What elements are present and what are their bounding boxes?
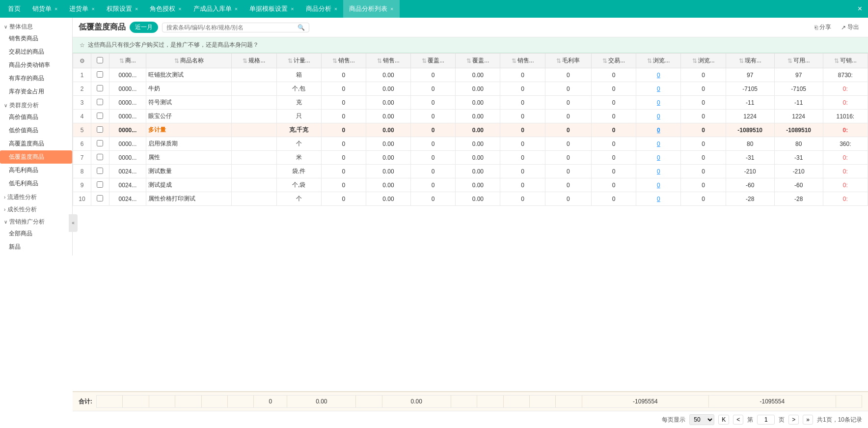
browse-link[interactable]: 0 xyxy=(657,72,660,79)
row-checkbox[interactable] xyxy=(97,154,103,160)
browse-link[interactable]: 0 xyxy=(657,154,660,161)
sort-icon-coverage1[interactable]: ⇅ xyxy=(422,57,427,64)
sidebar-item-category_turnover[interactable]: 商品分类动销率 xyxy=(0,58,72,72)
sidebar-section-整体信息[interactable]: ∨整体信息 xyxy=(0,20,72,32)
row-checkbox[interactable] xyxy=(97,99,103,105)
browse-link[interactable]: 0 xyxy=(657,113,660,120)
cell-browse1[interactable]: 0 xyxy=(636,151,681,165)
sidebar-section-流通性分析[interactable]: ›流通性分析 xyxy=(0,190,72,202)
browse-link[interactable]: 0 xyxy=(657,196,660,202)
row-checkbox[interactable] xyxy=(97,140,103,146)
settings-icon[interactable]: ⚙ xyxy=(80,57,85,64)
cell-name[interactable]: 属性价格打印测试 xyxy=(146,192,232,206)
row-checkbox[interactable] xyxy=(97,71,103,78)
tab-close-permission[interactable]: × xyxy=(135,6,138,12)
cell-browse1[interactable]: 0 xyxy=(636,137,681,151)
current-page-input[interactable] xyxy=(757,415,775,425)
sort-icon-current[interactable]: ⇅ xyxy=(739,57,744,64)
nav-tab-template[interactable]: 单据模板设置× xyxy=(244,0,299,18)
row-checkbox[interactable] xyxy=(97,85,103,91)
cell-checkbox[interactable] xyxy=(91,82,109,96)
sort-icon-name[interactable]: ⇅ xyxy=(174,57,179,64)
row-checkbox[interactable] xyxy=(97,195,103,201)
sort-icon-sales_amount[interactable]: ⇅ xyxy=(377,57,382,64)
sidebar-section-营销推广分析[interactable]: ∨营销推广分析 xyxy=(0,215,72,227)
per-page-select[interactable]: 2050100 xyxy=(689,414,714,425)
sidebar-item-low_coverage[interactable]: 低覆盖度商品 xyxy=(0,150,72,164)
sidebar-section-成长性分析[interactable]: ›成长性分析 xyxy=(0,202,72,215)
sidebar-item-low_value[interactable]: 低价值商品 xyxy=(0,124,72,137)
filter-recent-month-button[interactable]: 近一月 xyxy=(130,22,158,33)
first-page-button[interactable]: K xyxy=(718,415,729,425)
th-checkbox[interactable] xyxy=(91,54,109,68)
sidebar-section-类群度分析[interactable]: ∨类群度分析 xyxy=(0,98,72,111)
share-button[interactable]: ⎗ 分享 xyxy=(812,22,834,33)
cell-name[interactable]: 启用保质期 xyxy=(146,137,232,151)
row-checkbox[interactable] xyxy=(97,113,103,119)
th-settings[interactable]: ⚙ xyxy=(73,54,91,68)
sidebar-item-new_goods[interactable]: 新品 xyxy=(0,240,72,254)
cell-browse1[interactable]: 0 xyxy=(636,192,681,206)
sidebar-collapse-button[interactable]: « xyxy=(69,214,78,232)
nav-tab-sales[interactable]: 销货单× xyxy=(27,0,63,18)
sort-icon-transaction[interactable]: ⇅ xyxy=(602,57,607,64)
sidebar-item-high_value[interactable]: 高价值商品 xyxy=(0,111,72,124)
cell-checkbox[interactable] xyxy=(91,192,109,206)
sort-icon-coverage2[interactable]: ⇅ xyxy=(466,57,471,64)
sidebar-item-high_profit[interactable]: 高毛利商品 xyxy=(0,164,72,177)
sidebar-item-traded_goods[interactable]: 交易过的商品 xyxy=(0,45,72,58)
sidebar-item-low_profit[interactable]: 低毛利商品 xyxy=(0,177,72,190)
nav-tab-role[interactable]: 角色授权× xyxy=(144,0,187,18)
cell-checkbox[interactable] xyxy=(91,151,109,165)
nav-tab-product_entry[interactable]: 产成品入库单× xyxy=(188,0,244,18)
nav-tab-purchase[interactable]: 进货单× xyxy=(63,0,100,18)
cell-browse1[interactable]: 0 xyxy=(636,123,681,137)
browse-link[interactable]: 0 xyxy=(657,127,660,134)
next-page-button[interactable]: > xyxy=(788,415,799,425)
cell-browse1[interactable]: 0 xyxy=(636,165,681,178)
browse-link[interactable]: 0 xyxy=(657,99,660,106)
browse-link[interactable]: 0 xyxy=(657,86,660,92)
sidebar-item-all_goods[interactable]: 全部商品 xyxy=(0,227,72,240)
sidebar-item-inventory_goods[interactable]: 有库存的商品 xyxy=(0,72,72,85)
cell-name[interactable]: 属性 xyxy=(146,151,232,165)
browse-link[interactable]: 0 xyxy=(657,168,660,175)
sort-icon-code[interactable]: ⇅ xyxy=(119,57,124,64)
row-checkbox[interactable] xyxy=(97,168,103,174)
cell-name[interactable]: 牛奶 xyxy=(146,82,232,96)
cell-browse1[interactable]: 0 xyxy=(636,110,681,123)
cell-checkbox[interactable] xyxy=(91,68,109,82)
cell-checkbox[interactable] xyxy=(91,178,109,192)
sort-icon-sales_count[interactable]: ⇅ xyxy=(332,57,337,64)
cell-browse1[interactable]: 0 xyxy=(636,96,681,110)
cell-name[interactable]: 测试提成 xyxy=(146,178,232,192)
prev-page-button[interactable]: < xyxy=(733,415,743,425)
search-input[interactable] xyxy=(166,24,296,31)
cell-checkbox[interactable] xyxy=(91,96,109,110)
cell-name[interactable]: 眼宝公仔 xyxy=(146,110,232,123)
nav-tab-product_analysis_list[interactable]: 商品分析列表× xyxy=(343,0,399,18)
cell-checkbox[interactable] xyxy=(91,137,109,151)
cell-browse1[interactable]: 0 xyxy=(636,178,681,192)
sidebar-item-inventory_capital[interactable]: 库存资金占用 xyxy=(0,85,72,98)
tab-close-purchase[interactable]: × xyxy=(91,6,94,12)
row-checkbox[interactable] xyxy=(97,181,103,188)
sort-icon-available[interactable]: ⇅ xyxy=(787,57,792,64)
cell-name[interactable]: 符号测试 xyxy=(146,96,232,110)
cell-name[interactable]: 测试数量 xyxy=(146,165,232,178)
cell-checkbox[interactable] xyxy=(91,165,109,178)
last-page-button[interactable]: » xyxy=(803,415,813,425)
row-checkbox[interactable] xyxy=(97,126,103,133)
sidebar-item-high_coverage[interactable]: 高覆盖度商品 xyxy=(0,137,72,150)
tab-close-role[interactable]: × xyxy=(178,6,181,12)
sort-icon-gross_margin[interactable]: ⇅ xyxy=(556,57,561,64)
cell-name[interactable]: 多计量 xyxy=(146,123,232,137)
close-all-tabs-button[interactable]: × xyxy=(854,4,866,13)
nav-tab-product_analysis[interactable]: 商品分析× xyxy=(300,0,343,18)
tab-close-product_entry[interactable]: × xyxy=(235,6,238,12)
tab-close-product_analysis_list[interactable]: × xyxy=(390,6,393,12)
tab-close-sales[interactable]: × xyxy=(54,6,57,12)
browse-link[interactable]: 0 xyxy=(657,182,660,189)
cell-checkbox[interactable] xyxy=(91,123,109,137)
sort-icon-browse2[interactable]: ⇅ xyxy=(692,57,697,64)
